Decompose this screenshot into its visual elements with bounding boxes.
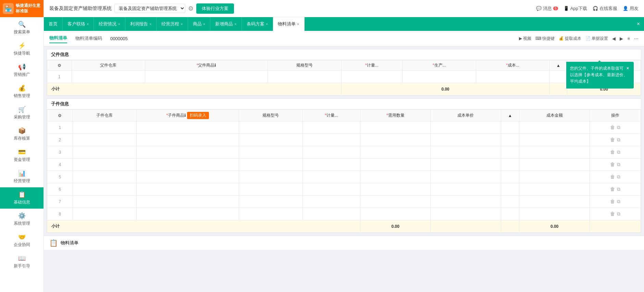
child-row-5-qty[interactable]	[360, 171, 431, 183]
child-row-8-spec[interactable]	[239, 208, 303, 220]
tab-home[interactable]: 首页	[44, 17, 63, 31]
child-row-4-warehouse[interactable]	[73, 159, 137, 171]
trial-button[interactable]: 体验行业方案	[196, 3, 234, 14]
sidebar-item-system[interactable]: ⚙️ 系统管理	[0, 209, 44, 230]
child-row-5-product[interactable]	[137, 171, 239, 183]
child-row-4-spec[interactable]	[239, 159, 303, 171]
child-row-1-product[interactable]	[137, 121, 239, 134]
parent-row-1-spec[interactable]	[268, 71, 341, 83]
child-row-6-spec[interactable]	[239, 183, 303, 196]
message-button[interactable]: 💬 消息 6	[536, 5, 558, 12]
child-row-8-warehouse[interactable]	[73, 208, 137, 220]
child-row-8-unit[interactable]	[303, 208, 360, 220]
parent-row-1-produce[interactable]	[402, 71, 476, 83]
child-row-3-unit[interactable]	[303, 146, 360, 159]
child-row-1-qty[interactable]	[360, 121, 431, 134]
child-row-6-unit[interactable]	[303, 183, 360, 196]
tab-bom[interactable]: 物料清单 ×	[273, 17, 304, 31]
close-tab-new-product[interactable]: ×	[234, 22, 236, 26]
parent-row-1-product[interactable]	[145, 71, 268, 83]
tab-customer[interactable]: 客户联络 ×	[63, 17, 94, 31]
child-row-7-warehouse[interactable]	[73, 196, 137, 208]
user-button[interactable]: 👤 用友	[623, 5, 639, 12]
sidebar-item-corp[interactable]: 🤝 企业协同	[0, 230, 44, 251]
child-row-7-unit[interactable]	[303, 196, 360, 208]
child-row-3-unit-cost[interactable]	[431, 146, 501, 159]
child-row-6-product[interactable]	[137, 183, 239, 196]
sidebar-item-operations[interactable]: 📊 经营管理	[0, 166, 44, 187]
online-service-button[interactable]: 🎧 在线客服	[593, 5, 617, 12]
delete-row-7-btn[interactable]: 🗑	[610, 199, 615, 205]
delete-row-5-btn[interactable]: 🗑	[610, 174, 615, 180]
sidebar-item-inventory[interactable]: 📦 库存核算	[0, 124, 44, 145]
child-row-7-product[interactable]	[137, 196, 239, 208]
tooltip-close-btn[interactable]: ×	[627, 65, 629, 72]
child-row-2-spec[interactable]	[239, 134, 303, 146]
child-row-1-unit-cost[interactable]	[431, 121, 501, 134]
parent-row-1-unit[interactable]	[341, 71, 402, 83]
tab-barcode[interactable]: 条码方案 ×	[242, 17, 273, 31]
close-tab-product[interactable]: ×	[203, 22, 205, 26]
app-download-button[interactable]: 📱 App下载	[564, 5, 587, 12]
close-all-tabs[interactable]: ×	[633, 21, 644, 27]
child-row-2-product[interactable]	[137, 134, 239, 146]
copy-row-8-btn[interactable]: ⧉	[617, 211, 620, 217]
child-row-4-unit-cost[interactable]	[431, 159, 501, 171]
close-tab-history[interactable]: ×	[181, 22, 183, 26]
child-row-1-unit[interactable]	[303, 121, 360, 134]
child-row-8-product[interactable]	[137, 208, 239, 220]
child-row-2-unit[interactable]	[303, 134, 360, 146]
scan-input-btn[interactable]: 扫码录入	[187, 112, 209, 119]
parent-row-1-cost[interactable]	[476, 71, 549, 83]
shortcut-btn[interactable]: ⌨ 快捷键	[535, 36, 555, 42]
child-row-3-spec[interactable]	[239, 146, 303, 159]
copy-row-2-btn[interactable]: ⧉	[617, 137, 620, 143]
sidebar-item-sales[interactable]: 💰 销售管理	[0, 81, 44, 102]
copy-row-1-btn[interactable]: ⧉	[617, 125, 620, 130]
nav-prev-btn[interactable]: ◀	[612, 36, 616, 41]
sub-tab-bom[interactable]: 物料清单	[49, 34, 67, 43]
child-row-5-spec[interactable]	[239, 171, 303, 183]
delete-row-6-btn[interactable]: 🗑	[610, 186, 615, 192]
child-row-4-product[interactable]	[137, 159, 239, 171]
doc-settings-btn[interactable]: 📄 单据设置	[585, 36, 608, 42]
sidebar-item-finance[interactable]: 💳 资金管理	[0, 145, 44, 166]
child-row-6-qty[interactable]	[360, 183, 431, 196]
child-row-3-warehouse[interactable]	[73, 146, 137, 159]
sidebar-item-search[interactable]: 🔍 搜索菜单	[0, 17, 44, 38]
delete-row-4-btn[interactable]: 🗑	[610, 162, 615, 167]
copy-row-7-btn[interactable]: ⧉	[617, 199, 620, 205]
sub-tab-bom-code[interactable]: 物料清单编码	[75, 34, 102, 43]
copy-row-4-btn[interactable]: ⧉	[617, 162, 620, 167]
child-row-1-warehouse[interactable]	[73, 121, 137, 134]
child-row-1-spec[interactable]	[239, 121, 303, 134]
tab-new-product[interactable]: 新增商品 ×	[210, 17, 242, 31]
close-tab-operations[interactable]: ×	[118, 22, 120, 26]
close-tab-barcode[interactable]: ×	[266, 22, 268, 26]
grid-view-btn[interactable]: ≡	[627, 36, 630, 41]
delete-row-1-btn[interactable]: 🗑	[610, 125, 615, 130]
child-row-7-unit-cost[interactable]	[431, 196, 501, 208]
parent-row-1-warehouse[interactable]	[72, 71, 145, 83]
nav-next-btn[interactable]: ▶	[620, 36, 623, 41]
child-row-6-warehouse[interactable]	[73, 183, 137, 196]
delete-row-2-btn[interactable]: 🗑	[610, 137, 615, 143]
child-row-5-unit[interactable]	[303, 171, 360, 183]
child-row-6-unit-cost[interactable]	[431, 183, 501, 196]
copy-row-6-btn[interactable]: ⧉	[617, 186, 620, 192]
sidebar-item-purchase[interactable]: 🛒 采购管理	[0, 102, 44, 124]
extract-cost-btn[interactable]: 💰 提取成本	[559, 36, 581, 42]
copy-row-5-btn[interactable]: ⧉	[617, 174, 620, 180]
child-row-8-unit-cost[interactable]	[431, 208, 501, 220]
close-tab-profit[interactable]: ×	[149, 22, 151, 26]
child-row-2-warehouse[interactable]	[73, 134, 137, 146]
copy-row-3-btn[interactable]: ⧉	[617, 149, 620, 155]
video-btn[interactable]: ▶ 视频	[519, 36, 531, 42]
tab-history[interactable]: 经营历程 ×	[157, 17, 188, 31]
sidebar-item-guide[interactable]: 📖 新手引导	[0, 251, 44, 272]
close-tab-bom[interactable]: ×	[297, 22, 299, 26]
child-row-4-unit[interactable]	[303, 159, 360, 171]
child-row-2-qty[interactable]	[360, 134, 431, 146]
child-row-4-qty[interactable]	[360, 159, 431, 171]
delete-row-8-btn[interactable]: 🗑	[610, 211, 615, 217]
